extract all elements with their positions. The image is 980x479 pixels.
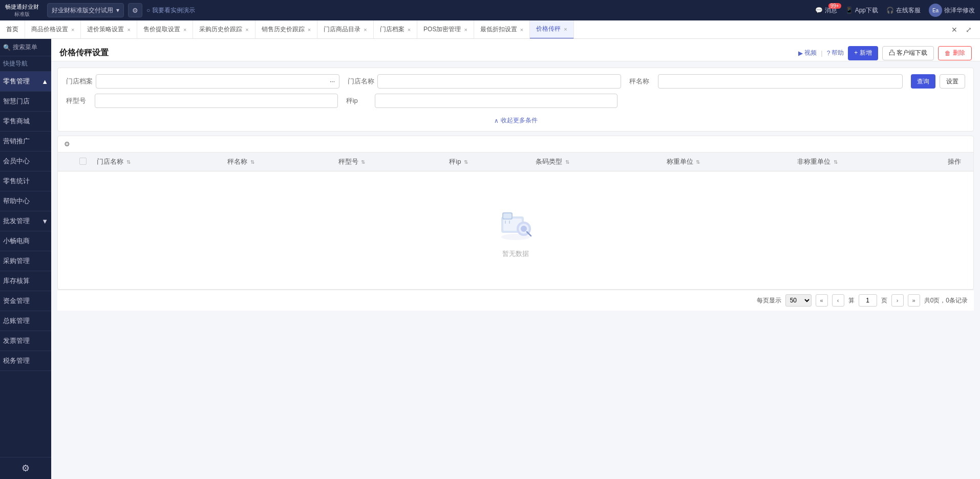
sidebar-settings-button[interactable]: ⚙ xyxy=(0,457,51,479)
th-scale-model[interactable]: 秤型号 ⇅ xyxy=(333,153,444,171)
messages-badge: 99+ xyxy=(828,3,841,9)
tab-pos-management[interactable]: POS加密管理 × xyxy=(417,20,474,39)
sidebar-quick-nav-label: 快捷导航 xyxy=(3,60,28,67)
query-button[interactable]: 查询 xyxy=(911,74,935,89)
sidebar-item-smart-store[interactable]: 智慧门店 xyxy=(0,92,51,112)
page-header: 价格传秤设置 ▶ 视频 | ? 帮助 + 新增 凸 客户端下载 🗑 xyxy=(51,39,980,61)
sidebar-item-retail-mall[interactable]: 零售商城 xyxy=(0,112,51,132)
sort-store-name-icon: ⇅ xyxy=(126,159,131,165)
download-button[interactable]: 凸 客户端下载 xyxy=(882,46,934,60)
sidebar-item-finance[interactable]: 资金管理 xyxy=(0,291,51,311)
per-page-select[interactable]: 50 10 20 100 xyxy=(785,294,812,307)
tab-pos-management-close[interactable]: × xyxy=(464,27,467,33)
tab-purchase-strategy-close[interactable]: × xyxy=(127,27,130,33)
sidebar-item-xiaochangec[interactable]: 小畅电商 xyxy=(0,231,51,251)
sidebar-item-member-center-label: 会员中心 xyxy=(3,157,30,166)
messages-button[interactable]: 💬 消息 99+ xyxy=(815,6,837,15)
tab-store-profile-close[interactable]: × xyxy=(408,27,411,33)
avatar-initials: Ea xyxy=(932,8,939,13)
page-number-input[interactable] xyxy=(859,294,877,307)
tab-store-profile[interactable]: 门店档案 × xyxy=(374,20,417,39)
store-name-input[interactable] xyxy=(377,74,621,89)
tab-commodity-price-close[interactable]: × xyxy=(71,27,74,33)
tab-close-btn[interactable]: ✕ xyxy=(947,23,962,37)
tab-purchase-history-close[interactable]: × xyxy=(245,27,248,33)
empty-state-row: 暂无数据 xyxy=(58,171,973,290)
th-store-name[interactable]: 门店名称 ⇅ xyxy=(92,153,222,171)
th-non-weight-unit[interactable]: 非称重单位 ⇅ xyxy=(792,153,943,171)
tab-min-discount-close[interactable]: × xyxy=(520,27,523,33)
delete-button[interactable]: 🗑 删除 xyxy=(938,46,972,60)
th-scale-ip[interactable]: 秤ip ⇅ xyxy=(444,153,530,171)
toolbar-gear-icon[interactable]: ⚙ xyxy=(64,140,70,148)
sidebar-quick-nav[interactable]: 快捷导航 xyxy=(0,56,51,72)
demo-icon: ○ xyxy=(146,7,150,14)
scale-ip-label: 秤ip xyxy=(346,96,372,105)
settings-button[interactable]: ⚙ xyxy=(128,3,142,17)
tab-expand-btn[interactable]: ⤢ xyxy=(962,23,976,37)
collapse-button[interactable]: ∧ 收起更多条件 xyxy=(494,116,538,125)
tab-commodity-price[interactable]: 商品价格设置 × xyxy=(25,20,81,39)
store-profile-select[interactable]: ··· xyxy=(96,74,339,89)
help-link[interactable]: ? 帮助 xyxy=(827,49,844,57)
online-service-button[interactable]: 🎧 在线客服 xyxy=(886,6,921,15)
th-check[interactable] xyxy=(74,153,92,171)
tab-purchase-strategy[interactable]: 进价策略设置 × xyxy=(81,20,137,39)
tab-price-scale-close[interactable]: × xyxy=(564,26,567,32)
filter-store-name: 门店名称 xyxy=(348,74,621,89)
search-icon: 🔍 xyxy=(3,44,11,51)
sidebar-item-tax-mgmt[interactable]: 税务管理 xyxy=(0,351,51,371)
sidebar-item-general-ledger[interactable]: 总账管理 xyxy=(0,311,51,331)
tab-price-scale-label: 价格传秤 xyxy=(536,25,561,33)
tab-store-catalog-close[interactable]: × xyxy=(364,27,367,33)
filter-scale-name: 秤名称 xyxy=(629,74,903,89)
add-button[interactable]: + 新增 xyxy=(848,46,878,60)
tab-sale-price[interactable]: 售价提取设置 × xyxy=(137,20,193,39)
sidebar-item-retail-stats-label: 零售统计 xyxy=(3,177,30,186)
th-scale-name[interactable]: 秤名称 ⇅ xyxy=(222,153,333,171)
top-bar-left: 畅捷通好业财 标准版 好业财标准版交付试用 ▾ ⚙ ○ 我要看实例演示 xyxy=(5,3,195,18)
demo-link[interactable]: ○ 我要看实例演示 xyxy=(146,6,195,15)
last-page-button[interactable]: » xyxy=(908,294,920,307)
tab-store-catalog[interactable]: 门店商品目录 × xyxy=(317,20,373,39)
sidebar-item-help-center[interactable]: 帮助中心 xyxy=(0,191,51,211)
sidebar-item-retail-mgmt[interactable]: 零售管理 ▲ xyxy=(0,72,51,92)
tab-min-discount[interactable]: 最低折扣设置 × xyxy=(474,20,530,39)
sidebar-item-purchase-mgmt[interactable]: 采购管理 xyxy=(0,251,51,271)
th-weight-unit[interactable]: 称重单位 ⇅ xyxy=(662,153,792,171)
sidebar-item-invoice-mgmt[interactable]: 发票管理 xyxy=(0,331,51,351)
sidebar-item-wholesale-mgmt[interactable]: 批发管理 ▼ xyxy=(0,211,51,231)
delete-label: 删除 xyxy=(953,49,965,57)
prev-page-button[interactable]: ‹ xyxy=(832,294,844,307)
sidebar-search[interactable]: 🔍 搜索菜单 xyxy=(0,39,51,56)
sidebar-item-member-center[interactable]: 会员中心 xyxy=(0,151,51,171)
scale-model-input[interactable] xyxy=(95,94,338,108)
sidebar-item-inventory[interactable]: 库存核算 xyxy=(0,271,51,291)
tab-price-scale[interactable]: 价格传秤 × xyxy=(530,20,573,39)
table-container: ⚙ 门店名称 ⇅ 秤名称 ⇅ xyxy=(57,136,974,290)
next-page-button[interactable]: › xyxy=(891,294,904,307)
tab-sales-history-close[interactable]: × xyxy=(308,27,311,33)
version-selector[interactable]: 好业财标准版交付试用 ▾ xyxy=(47,3,124,17)
sidebar-item-marketing[interactable]: 营销推广 xyxy=(0,132,51,151)
tab-home[interactable]: 首页 xyxy=(0,20,25,39)
empty-state: 暂无数据 xyxy=(58,171,973,289)
setup-button[interactable]: 设置 xyxy=(940,74,965,89)
sidebar-item-retail-stats[interactable]: 零售统计 xyxy=(0,171,51,191)
last-page-icon: » xyxy=(912,297,915,303)
chevron-down-icon: ▼ xyxy=(41,217,48,225)
tab-sale-price-close[interactable]: × xyxy=(183,27,186,33)
tab-purchase-history[interactable]: 采购历史价跟踪 × xyxy=(193,20,255,39)
video-link[interactable]: ▶ 视频 xyxy=(798,49,817,57)
user-area[interactable]: Ea 徐泽华修改 xyxy=(929,4,975,17)
sidebar-item-invoice-mgmt-label: 发票管理 xyxy=(3,336,30,345)
app-download-button[interactable]: 📱 App下载 xyxy=(845,6,878,15)
scale-ip-input[interactable] xyxy=(375,94,618,108)
tab-sales-history[interactable]: 销售历史价跟踪 × xyxy=(255,20,317,39)
tab-min-discount-label: 最低折扣设置 xyxy=(480,25,517,34)
select-all-checkbox[interactable] xyxy=(79,158,87,165)
scale-name-input[interactable] xyxy=(658,74,903,89)
th-barcode-type[interactable]: 条码类型 ⇅ xyxy=(530,153,661,171)
first-page-button[interactable]: « xyxy=(816,294,828,307)
content-area: 价格传秤设置 ▶ 视频 | ? 帮助 + 新增 凸 客户端下载 🗑 xyxy=(51,39,980,479)
